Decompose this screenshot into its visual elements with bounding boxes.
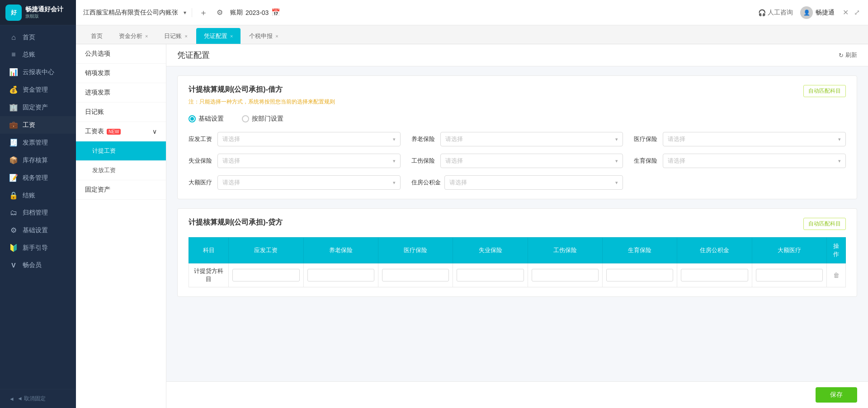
tab-tax[interactable]: 个税申报 × xyxy=(241,28,286,44)
tab-voucher-close[interactable]: × xyxy=(230,33,233,39)
sidebar-item-capital[interactable]: 💰 资金管理 xyxy=(0,81,76,98)
company-dropdown[interactable]: ▾ xyxy=(184,9,186,16)
chevron-down-icon: ▾ xyxy=(615,136,618,142)
cell-yanglao[interactable] xyxy=(303,263,378,287)
tab-tax-close[interactable]: × xyxy=(275,33,278,39)
sidebar-item-report[interactable]: 📊 云报表中心 xyxy=(0,63,76,81)
main-area: 江西服宝精品有限责任公司内账张 ▾ ＋ ⚙ 账期 2023-03 📅 🎧 人工咨… xyxy=(76,0,868,408)
sidebar-item-tax[interactable]: 📝 税务管理 xyxy=(0,169,76,187)
period-value[interactable]: 2023-03 xyxy=(245,9,269,16)
tab-capital[interactable]: 资金分析 × xyxy=(111,28,156,44)
sidebar-item-archive[interactable]: 🗂 归档管理 xyxy=(0,204,76,221)
left-menu-fixed-assets[interactable]: 固定资产 xyxy=(76,180,166,200)
left-menu-public[interactable]: 公共选项 xyxy=(76,44,166,64)
collapse-label: ◄ 取消固定 xyxy=(17,395,46,403)
delete-row-icon[interactable]: 🗑 xyxy=(833,272,840,279)
select-zhufang[interactable]: 请选择 ▾ xyxy=(444,175,623,190)
sidebar-item-settings[interactable]: ⚙ 基础设置 xyxy=(0,221,76,239)
cell-yiliao[interactable] xyxy=(378,263,453,287)
cell-gongshang[interactable] xyxy=(528,263,602,287)
left-menu-purchase[interactable]: 进项发票 xyxy=(76,83,166,103)
input-yiliao[interactable] xyxy=(382,269,449,281)
label-yanglao: 养老保险 xyxy=(411,135,437,143)
col-shengyu: 生育保险 xyxy=(603,238,677,263)
radio-basic[interactable]: 基础设置 xyxy=(189,115,224,123)
right-content: 凭证配置 ↻ 刷新 计提核算规则(公司承担)-借方 注：只能选择一种方式，系统将… xyxy=(166,44,868,408)
radio-basic-dot xyxy=(189,115,196,122)
radio-dept[interactable]: 按部门设置 xyxy=(242,115,283,123)
sidebar-label-archive: 归档管理 xyxy=(23,209,48,217)
tab-home[interactable]: 首页 xyxy=(83,28,110,44)
topbar-right: 🎧 人工咨询 👤 畅捷通 ✕ ⤢ xyxy=(758,6,861,19)
report-icon: 📊 xyxy=(9,68,18,76)
select-shiye[interactable]: 请选择 ▾ xyxy=(217,154,401,168)
user-menu[interactable]: 👤 畅捷通 xyxy=(800,6,835,19)
save-button[interactable]: 保存 xyxy=(816,387,857,403)
collapse-icon: ◄ xyxy=(9,396,14,402)
sidebar-item-salary[interactable]: 💼 工资 xyxy=(0,116,76,134)
period-selector: 账期 2023-03 📅 xyxy=(230,8,280,17)
left-menu-pay-salary[interactable]: 发放工资 xyxy=(76,161,166,180)
sidebar-collapse-btn[interactable]: ◄ ◄ 取消固定 xyxy=(0,389,76,408)
cell-shiye[interactable] xyxy=(453,263,528,287)
input-yanglao[interactable] xyxy=(307,269,374,281)
input-shengyu[interactable] xyxy=(606,269,673,281)
input-gongshang[interactable] xyxy=(532,269,599,281)
close-window-icon[interactable]: ✕ xyxy=(842,7,849,18)
left-menu-salary-table[interactable]: 工资表 NEW ∨ xyxy=(76,122,166,141)
expand-window-icon[interactable]: ⤢ xyxy=(853,7,861,18)
sidebar-item-inventory[interactable]: 📦 库存核算 xyxy=(0,151,76,169)
sidebar-item-ledger[interactable]: ≡ 总账 xyxy=(0,46,76,63)
sidebar-nav: ⌂ 首页 ≡ 总账 📊 云报表中心 💰 资金管理 🏢 固定资产 💼 工资 🧾 发… xyxy=(0,25,76,389)
select-gongshang[interactable]: 请选择 ▾ xyxy=(440,154,623,168)
select-yanglao[interactable]: 请选择 ▾ xyxy=(440,132,623,146)
sidebar-item-vip[interactable]: V 畅会员 xyxy=(0,257,76,274)
sidebar-label-salary: 工资 xyxy=(23,121,35,129)
help-label: 人工咨询 xyxy=(768,9,793,17)
radio-dept-dot xyxy=(242,115,249,122)
tab-voucher[interactable]: 凭证配置 × xyxy=(196,28,241,44)
input-daeyi[interactable] xyxy=(756,269,823,281)
sidebar-item-invoice[interactable]: 🧾 发票管理 xyxy=(0,134,76,151)
input-yingfa[interactable] xyxy=(232,269,299,281)
tab-journal[interactable]: 日记账 × xyxy=(156,28,195,44)
topbar-gear-icon[interactable]: ⚙ xyxy=(215,6,225,19)
sidebar-item-assets[interactable]: 🏢 固定资产 xyxy=(0,98,76,116)
cell-shengyu[interactable] xyxy=(603,263,677,287)
tab-capital-close[interactable]: × xyxy=(145,33,148,39)
label-shengyu: 生育保险 xyxy=(634,157,659,165)
refresh-btn[interactable]: ↻ 刷新 xyxy=(839,51,857,59)
page-footer: 保存 xyxy=(166,381,868,408)
credit-auto-match-btn[interactable]: 自动匹配科目 xyxy=(803,218,846,230)
tax-icon: 📝 xyxy=(9,174,18,182)
cell-yingfa[interactable] xyxy=(229,263,303,287)
select-yiliao[interactable]: 请选择 ▾ xyxy=(663,132,846,146)
input-shiye[interactable] xyxy=(457,269,524,281)
sidebar-item-close[interactable]: 🔒 结账 xyxy=(0,187,76,204)
cell-daeyi[interactable] xyxy=(752,263,826,287)
input-zhufang[interactable] xyxy=(681,269,748,281)
topbar: 江西服宝精品有限责任公司内账张 ▾ ＋ ⚙ 账期 2023-03 📅 🎧 人工咨… xyxy=(76,0,868,25)
tab-journal-close[interactable]: × xyxy=(184,33,187,39)
label-yingfa: 应发工资 xyxy=(189,135,214,143)
sidebar-item-guide[interactable]: 🔰 新手引导 xyxy=(0,239,76,257)
left-menu-sales[interactable]: 销项发票 xyxy=(76,64,166,83)
calendar-icon[interactable]: 📅 xyxy=(271,8,280,17)
col-yanglao: 养老保险 xyxy=(303,238,378,263)
left-menu-journal[interactable]: 日记账 xyxy=(76,103,166,122)
select-shengyu[interactable]: 请选择 ▾ xyxy=(663,154,846,168)
app-sub: 旗舰版 xyxy=(25,13,63,19)
content-area: 公共选项 销项发票 进项发票 日记账 工资表 NEW ∨ 计提工资 发放工资 固… xyxy=(76,44,868,408)
add-company-btn[interactable]: ＋ xyxy=(198,5,209,20)
window-controls: ✕ ⤢ xyxy=(842,7,861,18)
col-yingfa: 应发工资 xyxy=(229,238,303,263)
debit-auto-match-btn[interactable]: 自动匹配科目 xyxy=(803,85,846,97)
left-menu-calc-salary[interactable]: 计提工资 xyxy=(76,141,166,161)
sidebar-item-home[interactable]: ⌂ 首页 xyxy=(0,29,76,46)
help-btn[interactable]: 🎧 人工咨询 xyxy=(758,9,793,17)
settings-icon: ⚙ xyxy=(9,226,18,234)
cell-zhufang[interactable] xyxy=(677,263,752,287)
debit-section: 计提核算规则(公司承担)-借方 注：只能选择一种方式，系统将按照您当前的选择来配… xyxy=(177,75,857,199)
select-yingfa[interactable]: 请选择 ▾ xyxy=(217,132,401,146)
select-daeyi[interactable]: 请选择 ▾ xyxy=(217,175,401,190)
